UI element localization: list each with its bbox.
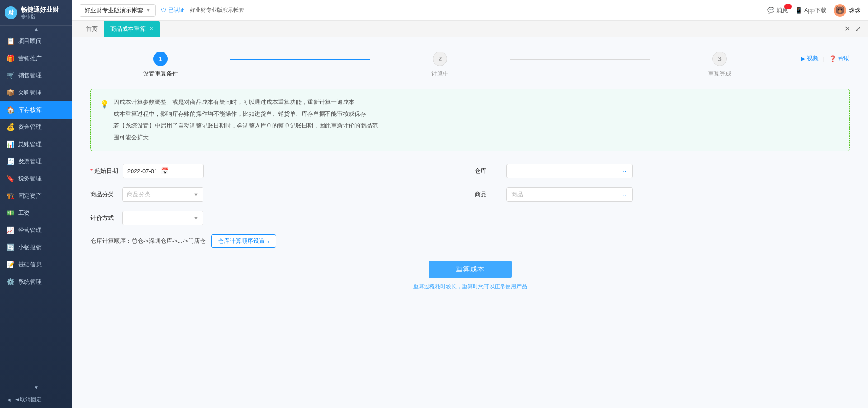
warehouse-order-btn[interactable]: 仓库计算顺序设置 ›: [211, 234, 276, 248]
sidebar-icon-inventory: 🏠: [6, 106, 14, 114]
sidebar-item-marketing[interactable]: 🎁营销推广: [0, 50, 72, 67]
warehouse-input[interactable]: ···: [506, 164, 633, 178]
sidebar-icon-tax: 🔖: [6, 175, 14, 183]
main-area: 好业财专业版演示帐套 ▼ 🛡 已认证 好业财专业版演示帐套 💬 消息 1 📱 A…: [72, 0, 868, 408]
pricing-select[interactable]: ▼: [122, 211, 203, 225]
account-name: 好业财专业版演示帐套: [85, 6, 143, 14]
step-2: 2 计算中: [370, 52, 510, 78]
sidebar-label-marketing: 营销推广: [18, 54, 42, 62]
app-download-btn[interactable]: 📱 App下载: [795, 6, 826, 14]
start-date-value: 2022-07-01: [127, 168, 158, 175]
verified-account-name: 好业财专业版演示帐套: [190, 6, 244, 14]
chevron-down-icon: ▼: [146, 8, 151, 13]
info-line4: 围可能会扩大: [113, 132, 378, 143]
sidebar: 财 畅捷通好业财 专业版 ▲ 📋项目顾问🎁营销推广🛒销售管理📦采购管理🏠库存核算…: [0, 0, 72, 408]
sidebar-label-salary: 工资: [18, 209, 30, 217]
avatar-img: 🐻: [834, 4, 846, 17]
chevron-down-icon2: ▼: [193, 215, 198, 221]
topbar-right: 💬 消息 1 📱 App下载 🐻 珠珠: [767, 4, 861, 17]
home-label: 首页: [86, 25, 98, 33]
warehouse-btn-label: 仓库计算顺序设置: [218, 237, 265, 245]
sidebar-item-tax[interactable]: 🔖税务管理: [0, 170, 72, 187]
goods-label: 商品: [475, 190, 502, 199]
sidebar-item-purchase[interactable]: 📦采购管理: [0, 84, 72, 101]
account-selector[interactable]: 好业财专业版演示帐套 ▼: [80, 4, 156, 17]
verified-badge: 🛡 已认证: [161, 6, 184, 14]
start-date-field: 起始日期 2022-07-01 📅: [90, 164, 466, 178]
recalc-section: 重算成本 重算过程耗时较长，重算时您可以正常使用产品: [90, 261, 850, 290]
sidebar-item-project[interactable]: 📋项目顾问: [0, 33, 72, 50]
sidebar-item-system[interactable]: ⚙️系统管理: [0, 273, 72, 290]
sidebar-bottom[interactable]: ◄ ◄取消固定: [0, 391, 72, 408]
start-date-label: 起始日期: [90, 167, 118, 175]
message-btn[interactable]: 💬 消息 1: [767, 6, 788, 14]
sidebar-nav: 📋项目顾问🎁营销推广🛒销售管理📦采购管理🏠库存核算💰资金管理📊总账管理🧾发票管理…: [0, 33, 72, 290]
sidebar-item-accounting[interactable]: 📊总账管理: [0, 136, 72, 153]
scroll-down[interactable]: ▼: [0, 384, 72, 391]
pin-icon: ◄: [6, 397, 12, 403]
sidebar-item-basic[interactable]: 📝基础信息: [0, 256, 72, 273]
sidebar-icon-finance: 💰: [6, 123, 14, 131]
info-line1: 因成本计算参数调整、或是对商品成本有疑问时，可以通过成本重算功能，重新计算一遍成…: [113, 96, 378, 108]
category-label: 商品分类: [90, 190, 118, 199]
user-avatar[interactable]: 🐻 珠珠: [834, 4, 861, 17]
step-connector-1: [230, 59, 370, 60]
close-icon[interactable]: ✕: [844, 24, 850, 33]
sidebar-label-project: 项目顾问: [18, 37, 42, 45]
step-connector-2: [510, 59, 650, 60]
sidebar-label-sales: 销售管理: [18, 71, 42, 80]
help-link[interactable]: ❓ 帮助: [829, 54, 850, 62]
form-row-3: 计价方式 ▼: [90, 211, 850, 225]
warehouse-field: 仓库 ···: [475, 164, 850, 178]
sidebar-label-operation: 经营管理: [18, 226, 42, 234]
form-section: 起始日期 2022-07-01 📅 仓库 ··· 商品分: [90, 164, 850, 290]
recalc-btn-label: 重算成本: [456, 265, 485, 273]
sidebar-item-sales[interactable]: 🛒销售管理: [0, 67, 72, 84]
start-date-input[interactable]: 2022-07-01 📅: [123, 164, 204, 178]
sidebar-item-assets[interactable]: 🏗️固定资产: [0, 187, 72, 204]
sidebar-icon-expense: 🔄: [6, 243, 14, 251]
tab-close-icon[interactable]: ✕: [149, 26, 153, 32]
sidebar-icon-system: ⚙️: [6, 278, 14, 286]
sidebar-item-finance[interactable]: 💰资金管理: [0, 119, 72, 136]
sidebar-label-inventory: 库存核算: [18, 106, 42, 114]
message-badge: 1: [784, 4, 792, 9]
sidebar-icon-purchase: 📦: [6, 89, 14, 97]
pricing-field: 计价方式 ▼: [90, 211, 850, 225]
expand-icon[interactable]: ⤢: [855, 24, 861, 33]
goods-placeholder: 商品: [511, 190, 523, 199]
video-link[interactable]: ▶ 视频: [801, 54, 819, 62]
tab-cost-recalc[interactable]: 商品成本重算 ✕: [104, 21, 160, 37]
unpin-label: ◄取消固定: [14, 396, 42, 403]
sidebar-item-expense[interactable]: 🔄小畅报销: [0, 239, 72, 256]
sidebar-icon-basic: 📝: [6, 261, 14, 269]
warehouse-label: 仓库: [475, 167, 502, 175]
message-icon: 💬: [767, 7, 774, 14]
step-1: 1 设置重算条件: [90, 52, 230, 78]
recalc-btn[interactable]: 重算成本: [429, 261, 512, 278]
tabbar: 首页 商品成本重算 ✕ ✕ ⤢: [72, 21, 868, 37]
category-placeholder: 商品分类: [127, 190, 151, 199]
form-row-1: 起始日期 2022-07-01 📅 仓库 ···: [90, 164, 850, 178]
shield-icon: 🛡: [161, 7, 166, 14]
sidebar-item-inventory[interactable]: 🏠库存核算: [0, 101, 72, 119]
scroll-up[interactable]: ▲: [0, 26, 72, 33]
category-select[interactable]: 商品分类 ▼: [122, 187, 203, 202]
sidebar-item-operation[interactable]: 📈经营管理: [0, 222, 72, 239]
sidebar-item-salary[interactable]: 💵工资: [0, 204, 72, 222]
sidebar-label-system: 系统管理: [18, 278, 42, 286]
logo-text: 畅捷通好业财 专业版: [21, 5, 59, 20]
goods-input[interactable]: 商品 ···: [506, 187, 633, 202]
step3-circle: 3: [712, 52, 727, 66]
help-icon: ❓: [829, 55, 836, 62]
content-area: 1 设置重算条件 2 计算中 3: [72, 37, 868, 408]
step1-num: 1: [159, 55, 162, 62]
warehouse-order-row: 仓库计算顺序：总仓->深圳仓库->...->门店仓 仓库计算顺序设置 ›: [90, 234, 850, 248]
step1-label: 设置重算条件: [143, 70, 178, 78]
tab-home[interactable]: 首页: [80, 21, 104, 37]
sidebar-logo: 财 畅捷通好业财 专业版: [0, 0, 72, 26]
step2-circle: 2: [433, 52, 447, 66]
phone-icon: 📱: [795, 7, 802, 14]
sidebar-label-accounting: 总账管理: [18, 140, 42, 148]
sidebar-item-invoice[interactable]: 🧾发票管理: [0, 153, 72, 170]
